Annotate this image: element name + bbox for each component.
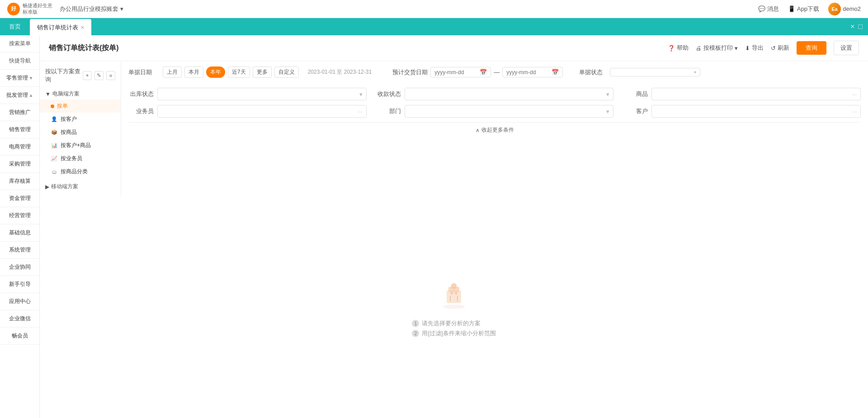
breadcrumb[interactable]: 办公用品行业模拟账套 ▾ <box>52 5 758 13</box>
scheme-item-by-category[interactable]: 🗂 按商品分类 <box>40 165 121 178</box>
svg-point-6 <box>451 292 453 294</box>
customer-filter-cell: 客户 ··· <box>623 105 861 118</box>
sidebar-item-sales[interactable]: 销售管理 <box>0 121 39 138</box>
chevron-down-icon: ▼ <box>45 91 51 97</box>
sidebar-item-finance[interactable]: 资金管理 <box>0 190 39 207</box>
sidebar-item-wholesale[interactable]: 批发管理 ▲ <box>0 87 39 104</box>
top-bar-actions: 💬 消息 📱 App下载 Ea demo2 <box>758 3 861 15</box>
sidebar-item-operations[interactable]: 经营管理 <box>0 207 39 224</box>
query-button[interactable]: 查询 <box>797 41 826 55</box>
filter-row-date: 单据日期 上月 本月 本年 近7天 更多 自定义 2023-01-01 至 20… <box>128 66 861 78</box>
collapse-button[interactable]: ∧ 收起更多条件 <box>476 126 514 134</box>
scheme-item-by-product[interactable]: 📦 按商品 <box>40 126 121 139</box>
main-layout: 搜索菜单 快捷导航 零售管理 ▼ 批发管理 ▲ 营销推广 销售管理 电商管理 采… <box>0 35 868 418</box>
customer-label: 客户 <box>623 107 648 115</box>
sidebar-item-basic[interactable]: 基础信息 <box>0 224 39 242</box>
payment-select[interactable]: ▾ <box>405 88 614 100</box>
scheme-panel: 按以下方案查询 + ✎ « ▼ 电脑端方案 按单 <box>40 61 121 197</box>
top-bar: 好 畅捷通好生意 标准版 办公用品行业模拟账套 ▾ 💬 消息 📱 App下载 E… <box>0 0 868 18</box>
scheme-item-by-customer[interactable]: 👤 按客户 <box>40 113 121 126</box>
chevron-down-status-icon: ▾ <box>694 70 696 75</box>
date-btn-more[interactable]: 更多 <box>253 66 272 78</box>
scheme-section-pc-title[interactable]: ▼ 电脑端方案 <box>40 88 121 100</box>
sidebar-item-newbie[interactable]: 新手引导 <box>0 276 39 293</box>
scheme-item-by-customer-product[interactable]: 📊 按客户+商品 <box>40 139 121 152</box>
user-action[interactable]: Ea demo2 <box>828 3 861 15</box>
category-icon: 🗂 <box>51 168 58 176</box>
product-input[interactable]: ··· <box>651 88 861 100</box>
refresh-action[interactable]: ↺ 刷新 <box>771 44 789 52</box>
scheme-edit-btn[interactable]: ✎ <box>94 71 104 80</box>
date-label: 单据日期 <box>128 68 156 76</box>
customer-icon: 👤 <box>51 116 58 123</box>
page-actions: ❓ 帮助 🖨 按模板打印 ▾ ⬇ 导出 ↺ 刷新 查询 设置 <box>668 41 859 61</box>
help-action[interactable]: ❓ 帮助 <box>668 44 689 52</box>
scheme-section-mobile: ▶ 移动端方案 <box>40 181 121 192</box>
customer-input[interactable]: ··· <box>651 105 861 118</box>
scheme-collapse-btn[interactable]: « <box>106 71 115 80</box>
chevron-down-dispatch-icon: ▾ <box>359 91 363 98</box>
date-end-field[interactable] <box>506 69 552 76</box>
product-label: 商品 <box>623 90 648 98</box>
sidebar: 搜索菜单 快捷导航 零售管理 ▼ 批发管理 ▲ 营销推广 销售管理 电商管理 采… <box>0 35 40 418</box>
sidebar-item-retail[interactable]: 零售管理 ▼ <box>0 70 39 87</box>
tab-maximize-btn[interactable]: □ <box>858 23 863 31</box>
department-select[interactable]: ▾ <box>405 105 614 118</box>
date-btn-this-year[interactable]: 本年 <box>206 66 225 78</box>
empty-tips: 1 请先选择要分析的方案 2 用[过滤]条件来缩小分析范围 <box>412 318 495 339</box>
sidebar-item-ecommerce[interactable]: 电商管理 <box>0 138 39 156</box>
scheme-section-mobile-title[interactable]: ▶ 移动端方案 <box>40 181 121 192</box>
scheme-add-btn[interactable]: + <box>83 71 92 80</box>
sidebar-item-inventory[interactable]: 库存核算 <box>0 173 39 190</box>
active-indicator <box>51 104 54 108</box>
message-icon: 💬 <box>758 5 765 12</box>
export-action[interactable]: ⬇ 导出 <box>745 44 764 52</box>
calendar-icon: 📅 <box>480 69 487 76</box>
tab-minimize-btn[interactable]: × <box>850 23 854 31</box>
print-arrow-icon: ▾ <box>735 45 738 52</box>
avatar: Ea <box>828 3 841 15</box>
sidebar-item-apps[interactable]: 应用中心 <box>0 293 39 310</box>
scheme-section-pc: ▼ 电脑端方案 按单 👤 按客户 📦 按商品 <box>40 88 121 178</box>
collapse-icon: ∧ <box>476 127 480 133</box>
ellipsis-product-icon: ··· <box>852 91 857 98</box>
sidebar-search[interactable]: 搜索菜单 <box>0 35 39 52</box>
product-icon: 📦 <box>51 129 58 136</box>
top-filter-row: 单据日期 上月 本月 本年 近7天 更多 自定义 2023-01-01 至 20… <box>128 66 861 118</box>
sidebar-item-member[interactable]: 畅会员 <box>0 328 39 345</box>
print-action[interactable]: 🖨 按模板打印 ▾ <box>696 44 738 52</box>
salesman-input[interactable]: ··· <box>157 105 367 118</box>
sidebar-shortcut[interactable]: 快捷导航 <box>0 52 39 70</box>
tab-home[interactable]: 首页 <box>0 18 30 35</box>
settings-button[interactable]: 设置 <box>834 41 859 55</box>
date-btn-this-month[interactable]: 本月 <box>184 66 203 78</box>
dispatch-select[interactable]: ▾ <box>157 88 367 100</box>
tab-sales-order[interactable]: 销售订单统计表 × <box>30 19 91 36</box>
page-title: 销售订单统计表(按单) <box>49 43 119 58</box>
chevron-down-icon: ▼ <box>29 76 33 81</box>
date-btn-last-month[interactable]: 上月 <box>163 66 182 78</box>
scheme-item-by-order[interactable]: 按单 <box>40 100 121 113</box>
date-start-input[interactable]: 📅 <box>430 67 491 77</box>
scheme-item-by-salesman[interactable]: 📈 按业务员 <box>40 152 121 165</box>
date-start-field[interactable] <box>434 69 480 76</box>
salesman-icon: 📈 <box>51 155 58 162</box>
status-select[interactable]: ▾ <box>610 68 700 76</box>
salesman-filter-cell: 业务员 ··· <box>128 105 367 118</box>
date-end-input[interactable]: 📅 <box>502 67 563 77</box>
sidebar-item-system[interactable]: 系统管理 <box>0 242 39 259</box>
app-download-icon: 📱 <box>788 5 795 12</box>
tab-close-icon[interactable]: × <box>81 24 84 31</box>
sidebar-item-enterprise[interactable]: 企业协同 <box>0 259 39 276</box>
date-btn-7days[interactable]: 近7天 <box>228 66 250 78</box>
chevron-up-icon: ▲ <box>29 93 33 98</box>
empty-tip-1: 1 请先选择要分析的方案 <box>412 319 495 328</box>
sidebar-item-purchase[interactable]: 采购管理 <box>0 156 39 173</box>
app-download-action[interactable]: 📱 App下载 <box>788 5 819 13</box>
tab-bar: 首页 销售订单统计表 × × □ <box>0 18 868 35</box>
salesman-label: 业务员 <box>128 107 154 115</box>
message-action[interactable]: 💬 消息 <box>758 5 779 13</box>
date-btn-custom[interactable]: 自定义 <box>274 66 299 78</box>
sidebar-item-marketing[interactable]: 营销推广 <box>0 104 39 121</box>
sidebar-item-weixin[interactable]: 企业微信 <box>0 310 39 328</box>
